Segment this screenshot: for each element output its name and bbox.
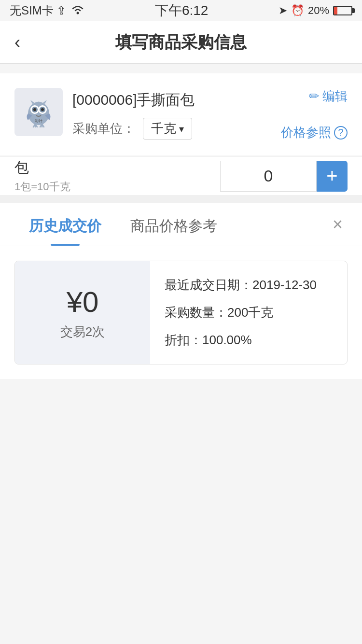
product-name: [0000006]手撕面包 — [72, 90, 195, 110]
carrier-text: 无SIM卡 ⇪ — [10, 3, 66, 18]
close-icon: × — [333, 214, 343, 234]
unit-label: 采购单位： — [72, 120, 135, 137]
quantity-controls: + — [220, 161, 348, 192]
price-ref-label: 价格参照 — [281, 124, 331, 141]
price-card-left: ¥0 交易2次 — [15, 261, 150, 364]
unit-value: 千克 — [151, 120, 176, 137]
tab-history-price[interactable]: 历史成交价 — [14, 203, 116, 246]
svg-text:彩计: 彩计 — [35, 119, 42, 123]
quantity-conversion-label: 1包=10千克 — [14, 180, 70, 194]
price-card-right: 最近成交日期：2019-12-30 采购数量：200千克 折扣：100.00% — [150, 261, 347, 364]
price-reference-link[interactable]: 价格参照 ? — [281, 124, 348, 141]
wifi-icon — [71, 4, 84, 17]
detail-date-value: 2019-12-30 — [252, 278, 317, 292]
plus-icon: + — [326, 165, 337, 187]
detail-date-label: 最近成交日期： — [165, 278, 252, 292]
price-amount: ¥0 — [67, 285, 99, 319]
price-card: ¥0 交易2次 最近成交日期：2019-12-30 采购数量：200千克 折扣：… — [14, 261, 348, 364]
status-left: 无SIM卡 ⇪ — [10, 3, 84, 18]
svg-point-0 — [77, 12, 79, 14]
price-ref-question-icon: ? — [334, 126, 348, 140]
unit-select-dropdown[interactable]: 千克 ▾ — [143, 118, 192, 140]
page-title: 填写商品采购信息 — [115, 31, 247, 54]
price-count: 交易2次 — [60, 323, 105, 340]
detail-discount-label: 折扣： — [165, 333, 202, 347]
detail-quantity-label: 采购数量： — [165, 305, 227, 320]
location-icon: ➤ — [278, 4, 287, 17]
price-detail-quantity: 采购数量：200千克 — [165, 303, 333, 322]
product-image: 彩计 — [14, 88, 63, 136]
product-right: ✏ 编辑 价格参照 ? — [281, 88, 348, 141]
status-time: 下午6:12 — [155, 1, 209, 20]
tab-history-price-label: 历史成交价 — [29, 218, 101, 234]
battery-icon — [333, 6, 352, 15]
alarm-icon: ⏰ — [291, 4, 304, 17]
product-info: [0000006]手撕面包 采购单位： 千克 ▾ — [72, 88, 195, 140]
quantity-add-button[interactable]: + — [317, 161, 348, 192]
edit-icon: ✏ — [309, 89, 320, 104]
svg-point-6 — [33, 108, 36, 111]
edit-button[interactable]: ✏ 编辑 — [309, 88, 348, 105]
status-right: ➤ ⏰ 20% — [278, 4, 352, 17]
battery-percent-text: 20% — [308, 4, 329, 17]
nav-bar: ‹ 填写商品采购信息 — [0, 21, 362, 64]
detail-discount-value: 100.00% — [202, 333, 252, 347]
edit-label: 编辑 — [322, 88, 348, 105]
quantity-unit-label: 包 — [14, 158, 70, 178]
price-detail-date: 最近成交日期：2019-12-30 — [165, 276, 333, 294]
tab-price-reference[interactable]: 商品价格参考 — [116, 203, 232, 246]
product-left: 彩计 [0000006]手撕面包 采购单位： 千克 ▾ — [14, 88, 195, 140]
tabs-section: 历史成交价 商品价格参考 × — [0, 203, 362, 246]
tab-close-button[interactable]: × — [328, 210, 348, 239]
quantity-input[interactable] — [220, 161, 317, 192]
price-detail-discount: 折扣：100.00% — [165, 331, 333, 350]
back-button[interactable]: ‹ — [14, 32, 20, 53]
detail-quantity-value: 200千克 — [227, 305, 273, 320]
dropdown-arrow-icon: ▾ — [179, 123, 184, 135]
tab-price-reference-label: 商品价格参考 — [130, 218, 217, 234]
svg-point-7 — [41, 108, 44, 111]
product-unit-row: 采购单位： 千克 ▾ — [72, 118, 195, 140]
quantity-label-area: 包 1包=10千克 — [14, 158, 70, 194]
tabs-left: 历史成交价 商品价格参考 — [14, 203, 232, 246]
main-area — [0, 379, 362, 644]
status-bar: 无SIM卡 ⇪ 下午6:12 ➤ ⏰ 20% — [0, 0, 362, 21]
history-content: ¥0 交易2次 最近成交日期：2019-12-30 采购数量：200千克 折扣：… — [0, 246, 362, 379]
product-card: 彩计 [0000006]手撕面包 采购单位： 千克 ▾ ✏ 编辑 — [0, 73, 362, 155]
quantity-section: 包 1包=10千克 + — [0, 156, 362, 195]
section-divider — [0, 195, 362, 203]
product-owl-icon: 彩计 — [22, 95, 56, 129]
product-header: 彩计 [0000006]手撕面包 采购单位： 千克 ▾ ✏ 编辑 — [14, 88, 348, 141]
